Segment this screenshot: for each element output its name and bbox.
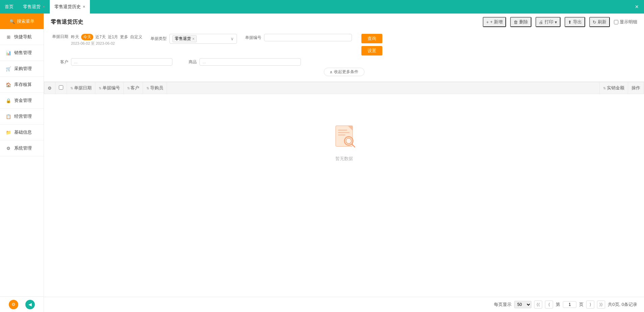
page-header: 零售退货历史 + + 新增 🗑 删除 🖨 打印 ▾ — [44, 14, 644, 82]
top-bar: 首页 零售退货 × 零售退货历史 × × — [0, 0, 644, 14]
type-filter-tag-close[interactable]: × — [192, 37, 194, 41]
export-label: 导出 — [573, 19, 582, 25]
th-checkbox[interactable] — [55, 82, 67, 94]
th-amount[interactable]: 实销金额 — [600, 82, 628, 94]
sidebar-speaker-button[interactable]: ◀ — [25, 300, 35, 309]
th-settings[interactable]: ⚙ — [44, 82, 55, 94]
table-settings-icon[interactable]: ⚙ — [48, 86, 52, 91]
page-suffix: 页 — [579, 302, 583, 308]
goods-filter-input[interactable] — [199, 58, 301, 66]
th-date[interactable]: 单据日期 — [67, 82, 95, 94]
tab-retail-return-close[interactable]: × — [43, 4, 45, 9]
sidebar-gear-button[interactable]: ⚙ — [9, 300, 18, 309]
goods-filter-label: 商品 — [179, 59, 199, 65]
type-filter-select[interactable]: 零售退货 × ∨ — [169, 34, 237, 44]
topbar-right: × — [635, 3, 644, 10]
tab-retail-return-history-label: 零售退货历史 — [54, 4, 81, 10]
tab-retail-return-history[interactable]: 零售退货历史 × — [50, 0, 90, 14]
th-actions-label: 操作 — [631, 85, 640, 90]
pagination-prev-button[interactable]: ⟨ — [545, 300, 553, 309]
tab-home[interactable]: 首页 — [0, 0, 18, 14]
billno-filter-input[interactable] — [264, 34, 352, 41]
system-mgmt-icon: ⚙ — [5, 145, 11, 151]
tab-retail-return-history-close[interactable]: × — [83, 4, 85, 9]
operations-icon: 📋 — [5, 113, 11, 119]
purchase-mgmt-icon: 🛒 — [5, 66, 11, 72]
select-all-checkbox[interactable] — [59, 85, 63, 90]
customer-filter-input[interactable] — [71, 58, 172, 66]
refresh-button[interactable]: ↻ 刷新 — [589, 17, 610, 27]
date-filter-label: 单据日期 — [51, 34, 71, 40]
type-filter-label: 单据类型 — [149, 36, 169, 42]
print-label: 打印 — [545, 19, 553, 25]
table-body: 暂无数据 — [44, 94, 644, 176]
date-opt-7days[interactable]: 近7天 — [95, 34, 106, 40]
svg-rect-3 — [338, 135, 345, 136]
sidebar-search[interactable]: 🔍 搜索菜单 — [0, 14, 44, 29]
sidebar-item-finance[interactable]: 🔒 资金管理 — [0, 93, 44, 109]
display-detail-label: 显示明细 — [620, 19, 637, 25]
sidebar-item-purchase-mgmt-label: 采购管理 — [14, 66, 32, 72]
display-detail-checkbox[interactable] — [614, 20, 618, 24]
sidebar-item-system-mgmt[interactable]: ⚙ 系统管理 — [0, 140, 44, 156]
sidebar: 🔍 搜索菜单 ⊞ 快捷导航 📊 销售管理 🛒 采购管理 🏠 库存核算 🔒 — [0, 14, 44, 312]
th-guide[interactable]: 导购员 — [143, 82, 167, 94]
empty-icon — [329, 121, 359, 152]
sidebar-item-operations[interactable]: 📋 经营管理 — [0, 109, 44, 125]
sales-mgmt-icon: 📊 — [5, 50, 11, 56]
export-button[interactable]: ⬆ 导出 — [565, 17, 585, 27]
delete-button[interactable]: 🗑 删除 — [510, 17, 531, 27]
sidebar-item-sales-mgmt[interactable]: 📊 销售管理 — [0, 45, 44, 61]
pagination-last-button[interactable]: ⟩⟩ — [597, 300, 605, 309]
display-detail-check[interactable]: 显示明细 — [614, 19, 637, 25]
finance-icon: 🔒 — [5, 97, 11, 104]
date-opt-custom[interactable]: 自定义 — [130, 34, 142, 40]
sidebar-item-operations-label: 经营管理 — [14, 113, 32, 119]
page-number-input[interactable] — [563, 301, 576, 308]
date-opt-more[interactable]: 更多 — [120, 34, 128, 40]
tab-retail-return[interactable]: 零售退货 × — [18, 0, 50, 14]
quick-nav-icon: ⊞ — [5, 34, 11, 40]
pagination-summary: 共0页, 0条记录 — [608, 302, 637, 308]
main-layout: 🔍 搜索菜单 ⊞ 快捷导航 📊 销售管理 🛒 采购管理 🏠 库存核算 🔒 — [0, 14, 644, 312]
data-table: ⚙ 单据日期 单据编号 客户 — [44, 82, 644, 175]
sidebar-item-system-mgmt-label: 系统管理 — [14, 145, 32, 151]
new-button[interactable]: + + 新增 — [483, 17, 506, 27]
date-options: 昨天 今天 近7天 近1月 更多 自定义 — [71, 34, 142, 40]
per-page-select[interactable]: 20 50 100 — [514, 301, 531, 308]
pagination-next-button[interactable]: ⟩ — [586, 300, 594, 309]
sidebar-item-basic-info[interactable]: 📁 基础信息 — [0, 125, 44, 140]
page-label: 第 — [556, 302, 560, 308]
table-header-row: ⚙ 单据日期 单据编号 客户 — [44, 82, 644, 94]
date-opt-1month[interactable]: 近1月 — [108, 34, 118, 40]
th-customer[interactable]: 客户 — [123, 82, 143, 94]
sidebar-item-purchase-mgmt[interactable]: 🛒 采购管理 — [0, 61, 44, 77]
page-title: 零售退货历史 — [51, 19, 83, 26]
th-customer-label: 客户 — [130, 85, 139, 90]
th-guide-label: 导购员 — [150, 85, 163, 90]
print-button[interactable]: 🖨 打印 ▾ — [535, 17, 560, 27]
print-chevron-icon: ▾ — [555, 20, 557, 25]
pagination-first-button[interactable]: ⟨⟨ — [534, 300, 542, 309]
sidebar-item-sales-mgmt-label: 销售管理 — [14, 50, 32, 56]
window-close-button[interactable]: × — [635, 3, 639, 10]
th-billno[interactable]: 单据编号 — [95, 82, 123, 94]
date-opt-yesterday[interactable]: 昨天 — [71, 34, 79, 40]
sidebar-item-quick-nav[interactable]: ⊞ 快捷导航 — [0, 29, 44, 45]
sidebar-item-inventory[interactable]: 🏠 库存核算 — [0, 77, 44, 93]
tab-home-label: 首页 — [5, 4, 14, 10]
svg-point-8 — [347, 139, 348, 140]
collapse-icon: ∧ — [330, 70, 333, 74]
collapse-button[interactable]: ∧ 收起更多条件 — [324, 68, 364, 76]
th-amount-label: 实销金额 — [607, 85, 624, 90]
date-opt-today[interactable]: 今天 — [81, 34, 93, 40]
print-icon: 🖨 — [539, 20, 543, 25]
pagination-bar: 每页显示 20 50 100 ⟨⟨ ⟨ 第 页 ⟩ ⟩⟩ 共0页, 0条记录 — [44, 297, 644, 312]
query-button[interactable]: 查询 — [361, 34, 382, 43]
speaker-icon: ◀ — [28, 302, 32, 307]
setting-button[interactable]: 设置 — [361, 46, 382, 55]
refresh-icon: ↻ — [593, 20, 596, 25]
date-range-display: 2023-06-02 至 2023-06-02 — [71, 41, 142, 46]
per-page-label: 每页显示 — [494, 302, 511, 308]
filter-area: 单据日期 昨天 今天 近7天 近1月 更多 自定义 2023-06-02 至 2… — [51, 30, 637, 82]
